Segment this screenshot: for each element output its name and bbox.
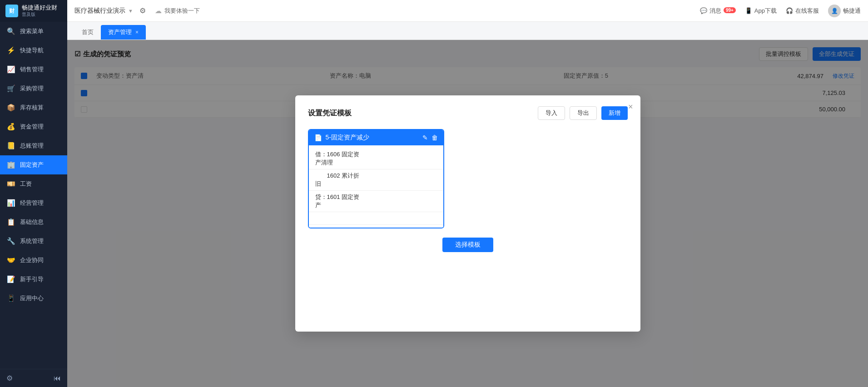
capital-icon: 💰 (6, 122, 15, 131)
experience-btn[interactable]: ☁ 我要体验一下 (155, 7, 200, 15)
sidebar-label-app-center: 应用中心 (20, 294, 44, 303)
collapse-icon[interactable]: ⏮ (54, 374, 61, 382)
sidebar-item-app-center[interactable]: 📱 应用中心 (0, 289, 67, 308)
template-row3-credit (401, 193, 437, 209)
sidebar-label-ledger: 总账管理 (20, 142, 44, 150)
template-edit-icon[interactable]: ✎ (422, 134, 428, 141)
sidebar-item-fixed-assets[interactable]: 🏢 固定资产 (0, 155, 67, 174)
sidebar-item-capital[interactable]: 💰 资金管理 (0, 117, 67, 136)
content-area: ☑ 生成的凭证预览 批量调控模板 全部生成凭证 变动类型：资产清 资产名称：电脑… (67, 40, 868, 387)
enterprise-icon: 🤝 (6, 256, 15, 265)
sidebar-label-purchase: 采购管理 (20, 84, 44, 93)
message-icon: 💬 (700, 7, 707, 14)
app-center-icon: 📱 (6, 294, 15, 303)
messages-badge: 99+ (724, 7, 736, 13)
template-id-name: 5-固定资产减少 (326, 134, 369, 142)
messages-label: 消息 (709, 7, 721, 15)
tab-asset-management[interactable]: 资产管理 × (101, 25, 146, 40)
app-download-btn[interactable]: 📱 App下载 (745, 7, 777, 15)
user-name: 畅捷通 (843, 7, 861, 15)
sidebar-item-sales[interactable]: 📈 销售管理 (0, 60, 67, 79)
operations-icon: 📊 (6, 198, 15, 208)
template-doc-icon: 📄 (314, 134, 322, 141)
template-row2-credit (401, 172, 437, 188)
tab-close-icon[interactable]: × (135, 29, 139, 35)
system-icon: 🔧 (6, 237, 15, 246)
template-row1-credit (401, 150, 437, 167)
template-row3-account: 贷：1601 固定资产 (315, 193, 364, 209)
settings-gear-icon[interactable]: ⚙ (139, 6, 146, 15)
modal-header: 设置凭证模板 导入 导出 新增 (308, 106, 628, 120)
sidebar-item-basic-info[interactable]: 📋 基础信息 (0, 213, 67, 232)
template-row1-debit (364, 150, 401, 167)
template-row2-account: 1602 累计折旧 (315, 172, 364, 188)
download-icon: 📱 (745, 7, 752, 14)
quick-nav-icon: ⚡ (6, 46, 15, 55)
settings-icon[interactable]: ⚙ (6, 374, 13, 382)
export-btn[interactable]: 导出 (570, 106, 597, 120)
sidebar-label-basic-info: 基础信息 (20, 218, 44, 226)
template-card-actions: ✎ 🗑 (422, 134, 438, 141)
template-row3-debit (364, 193, 401, 209)
sidebar-item-operations[interactable]: 📊 经营管理 (0, 194, 67, 213)
topbar: 医疗器械行业演示 ▼ ⚙ ☁ 我要体验一下 💬 消息 99+ 📱 App下载 🎧… (67, 0, 868, 22)
sidebar-item-ledger[interactable]: 📒 总账管理 (0, 136, 67, 155)
customer-service-label: 在线客服 (795, 7, 819, 15)
cloud-icon: ☁ (155, 7, 162, 15)
messages-btn[interactable]: 💬 消息 99+ (700, 7, 736, 15)
sidebar-label-inventory: 库存核算 (20, 104, 44, 112)
import-btn[interactable]: 导入 (538, 106, 565, 120)
sidebar-label-capital: 资金管理 (20, 123, 44, 131)
select-template-btn[interactable]: 选择模板 (442, 238, 493, 252)
user-menu[interactable]: 👤 畅捷通 (828, 5, 861, 17)
topbar-right: 💬 消息 99+ 📱 App下载 🎧 在线客服 👤 畅捷通 (700, 5, 861, 17)
guide-icon: 📝 (6, 275, 15, 284)
sidebar-label-sales: 销售管理 (20, 65, 44, 74)
sidebar-item-inventory[interactable]: 📦 库存核算 (0, 98, 67, 117)
service-icon: 🎧 (786, 7, 793, 14)
logo-icon: 财 (5, 5, 18, 17)
sidebar-item-payroll[interactable]: 💴 工资 (0, 174, 67, 194)
payroll-icon: 💴 (6, 179, 15, 189)
sidebar: 财 畅捷通好业财 普及版 🔍 搜索菜单 ⚡ 快捷导航 📈 销售管理 🛒 采购管理… (0, 0, 67, 387)
sidebar-item-system[interactable]: 🔧 系统管理 (0, 232, 67, 251)
sidebar-logo: 财 畅捷通好业财 普及版 (0, 0, 67, 22)
sales-icon: 📈 (6, 65, 15, 74)
purchase-icon: 🛒 (6, 84, 15, 93)
modal-title: 设置凭证模板 (308, 109, 352, 118)
tabbar: 首页 资产管理 × (67, 22, 868, 40)
select-template-area: 选择模板 (308, 238, 628, 252)
modal-overlay: × 设置凭证模板 导入 导出 新增 📄 5-固定资产减少 (67, 40, 868, 387)
sidebar-bottom: ⚙ ⏮ (0, 369, 67, 387)
company-selector[interactable]: 医疗器械行业演示 ▼ (74, 7, 133, 15)
logo-sub: 普及版 (22, 11, 57, 18)
sidebar-item-purchase[interactable]: 🛒 采购管理 (0, 79, 67, 98)
sidebar-label-search: 搜索菜单 (20, 27, 44, 35)
template-row1-account: 借：1606 固定资产清理 (315, 150, 364, 167)
main-area: 医疗器械行业演示 ▼ ⚙ ☁ 我要体验一下 💬 消息 99+ 📱 App下载 🎧… (67, 0, 868, 387)
tab-home[interactable]: 首页 (74, 25, 101, 40)
avatar: 👤 (828, 5, 841, 17)
company-arrow-icon: ▼ (128, 8, 133, 14)
sidebar-item-guide[interactable]: 📝 新手引导 (0, 270, 67, 289)
sidebar-item-search[interactable]: 🔍 搜索菜单 (0, 22, 67, 41)
sidebar-label-system: 系统管理 (20, 237, 44, 245)
ledger-icon: 📒 (6, 141, 15, 150)
template-delete-icon[interactable]: 🗑 (432, 134, 438, 141)
modal-close-btn[interactable]: × (628, 103, 633, 111)
fixed-assets-icon: 🏢 (6, 160, 15, 169)
template-card-header: 📄 5-固定资产减少 ✎ 🗑 (309, 130, 443, 145)
sidebar-item-quick-nav[interactable]: ⚡ 快捷导航 (0, 41, 67, 60)
template-card-body: 借：1606 固定资产清理 1602 累计折旧 贷：1601 固定资产 (309, 145, 443, 228)
sidebar-item-enterprise[interactable]: 🤝 企业协同 (0, 251, 67, 270)
sidebar-label-payroll: 工资 (20, 180, 32, 188)
tab-asset-label: 资产管理 (108, 28, 132, 36)
sidebar-label-quick-nav: 快捷导航 (20, 46, 44, 55)
template-row-1: 借：1606 固定资产清理 (309, 148, 443, 169)
template-row-2: 1602 累计折旧 (309, 169, 443, 191)
sidebar-nav: 🔍 搜索菜单 ⚡ 快捷导航 📈 销售管理 🛒 采购管理 📦 库存核算 💰 资金管… (0, 22, 67, 369)
new-btn[interactable]: 新增 (601, 106, 628, 120)
sidebar-label-operations: 经营管理 (20, 199, 44, 207)
app-download-label: App下载 (754, 7, 777, 15)
customer-service-btn[interactable]: 🎧 在线客服 (786, 7, 819, 15)
